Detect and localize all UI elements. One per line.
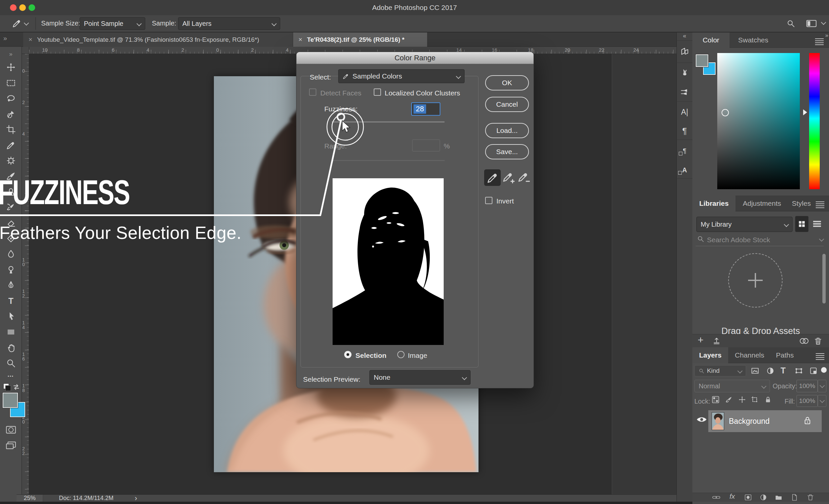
foreground-color-swatch[interactable]	[3, 393, 18, 408]
select-dropdown[interactable]: Sampled Colors	[338, 69, 465, 83]
lock-pixels-icon[interactable]	[725, 396, 733, 403]
dodge-tool[interactable]	[4, 262, 17, 277]
fuzziness-slider-track[interactable]	[332, 121, 445, 123]
panel-foreground-color-swatch[interactable]	[696, 54, 708, 67]
filter-smart-objects-icon[interactable]	[809, 366, 818, 375]
clone-stamp-tool[interactable]	[4, 184, 17, 199]
eyedropper-tool[interactable]	[4, 137, 17, 153]
pen-tool[interactable]	[4, 277, 17, 293]
fuzziness-input[interactable]: 28	[411, 103, 440, 116]
delete-layer-icon[interactable]	[806, 493, 815, 501]
gradient-tool[interactable]	[4, 231, 17, 246]
layers-panel-menu-icon[interactable]	[816, 355, 824, 356]
sample-select[interactable]: All Layers	[178, 17, 280, 30]
hue-slider-marker[interactable]	[803, 109, 807, 115]
selection-radio[interactable]	[344, 351, 352, 358]
document-tab-inactive[interactable]: × Youtube_Video_Template.tif @ 71.3% (Fa…	[23, 33, 293, 47]
lock-artboard-icon[interactable]	[751, 396, 759, 403]
link-layers-icon[interactable]	[712, 494, 720, 501]
shape-tool[interactable]	[4, 324, 17, 340]
healing-brush-tool[interactable]	[4, 153, 17, 168]
zoom-level-field[interactable]: 25%	[16, 495, 43, 502]
new-layer-icon[interactable]	[791, 493, 798, 501]
tab-overflow-icon[interactable]: »	[3, 34, 7, 42]
brushes-panel-icon[interactable]	[677, 63, 692, 83]
new-group-icon[interactable]	[774, 493, 783, 501]
grid-view-button[interactable]	[795, 216, 808, 232]
toolbar-ellipsis-icon[interactable]: •••	[8, 371, 14, 382]
hand-tool[interactable]	[4, 340, 17, 355]
marquee-tool[interactable]	[4, 75, 17, 90]
color-panel-menu-icon[interactable]	[815, 40, 824, 41]
toolbar-expand-icon[interactable]: »	[9, 51, 12, 59]
tab-layers[interactable]: Layers	[692, 347, 728, 363]
screen-mode-button[interactable]	[4, 437, 17, 453]
library-select[interactable]: My Library	[696, 217, 793, 232]
tab-styles[interactable]: Styles	[792, 199, 811, 207]
add-mask-icon[interactable]	[744, 493, 752, 501]
lock-transparency-icon[interactable]	[712, 396, 720, 403]
layer-visibility-icon[interactable]	[696, 416, 707, 424]
localized-clusters-checkbox[interactable]	[374, 88, 381, 96]
eraser-tool[interactable]	[4, 215, 17, 231]
invert-checkbox[interactable]	[485, 197, 493, 204]
fill-chevron[interactable]	[818, 395, 826, 407]
layer-filter-kind-select[interactable]: Kind	[694, 365, 746, 377]
creative-cloud-icon[interactable]	[799, 337, 809, 345]
workspace-chevron-icon[interactable]	[821, 20, 826, 25]
brush-tool[interactable]	[4, 168, 17, 184]
path-selection-tool[interactable]	[4, 309, 17, 324]
fill-field[interactable]: 100%	[796, 395, 818, 407]
eyedropper-sample-icon[interactable]	[486, 171, 499, 184]
paragraph-panel-icon[interactable]: ¶	[677, 122, 692, 140]
opacity-chevron[interactable]	[818, 380, 826, 392]
save-button[interactable]: Save...	[485, 144, 529, 159]
swap-colors-icon[interactable]	[12, 383, 20, 391]
move-tool[interactable]	[4, 59, 17, 75]
filter-type-layers-icon[interactable]: T	[781, 366, 786, 376]
dialog-title-bar[interactable]: Color Range	[296, 52, 534, 64]
quick-selection-tool[interactable]	[4, 106, 17, 122]
lock-all-icon[interactable]	[764, 396, 772, 403]
status-chevron-icon[interactable]: ›	[129, 494, 143, 503]
layer-row-selected[interactable]: Background	[708, 410, 822, 432]
filter-shape-layers-icon[interactable]	[794, 366, 803, 375]
close-icon[interactable]: ×	[298, 36, 302, 43]
libraries-panel-menu-icon[interactable]	[816, 203, 824, 204]
zoom-tool[interactable]	[4, 355, 17, 371]
dropzone-circle[interactable]	[728, 253, 783, 308]
load-button[interactable]: Load...	[485, 123, 529, 138]
history-brush-tool[interactable]	[4, 199, 17, 215]
stock-search-input[interactable]: Search Adobe Stock	[707, 236, 770, 244]
new-library-item-icon[interactable]: +	[698, 334, 704, 346]
cancel-button[interactable]: Cancel	[485, 97, 529, 112]
sample-size-select[interactable]: Point Sample	[80, 17, 145, 30]
character-panel-icon[interactable]: A|	[677, 102, 692, 122]
close-icon[interactable]: ×	[29, 36, 33, 43]
list-view-button[interactable]	[810, 216, 824, 232]
search-chevron-icon[interactable]	[819, 237, 824, 242]
fuzziness-slider-handle[interactable]	[336, 113, 345, 121]
search-icon[interactable]	[787, 19, 795, 28]
quick-mask-button[interactable]	[4, 422, 17, 437]
filter-toggle[interactable]	[821, 367, 827, 373]
blend-mode-select[interactable]: Normal	[694, 380, 770, 392]
eyedropper-subtract-icon[interactable]	[517, 171, 530, 184]
opacity-field[interactable]: 100%	[796, 380, 818, 392]
eyedropper-tool-icon[interactable]	[12, 18, 22, 28]
document-tab-active[interactable]: × Te'R0438(2).tif @ 25% (RGB/16) *	[293, 33, 427, 47]
brush-settings-panel-icon[interactable]	[677, 83, 692, 102]
lock-position-icon[interactable]	[738, 396, 746, 403]
type-tool[interactable]: T	[4, 293, 17, 309]
dock-expand-icon[interactable]: »	[693, 34, 828, 38]
tab-adjustments[interactable]: Adjustments	[743, 199, 781, 207]
upload-icon[interactable]	[712, 337, 721, 345]
ok-button[interactable]: OK	[485, 75, 529, 90]
trash-icon[interactable]	[814, 337, 822, 345]
layer-style-icon[interactable]: fx	[729, 493, 735, 500]
image-radio[interactable]	[397, 351, 404, 358]
eyedropper-add-icon[interactable]	[502, 171, 515, 184]
workspace-icon[interactable]	[806, 19, 817, 28]
tool-preset-chevron-icon[interactable]	[24, 21, 29, 26]
filter-adjustment-layers-icon[interactable]	[766, 366, 774, 375]
